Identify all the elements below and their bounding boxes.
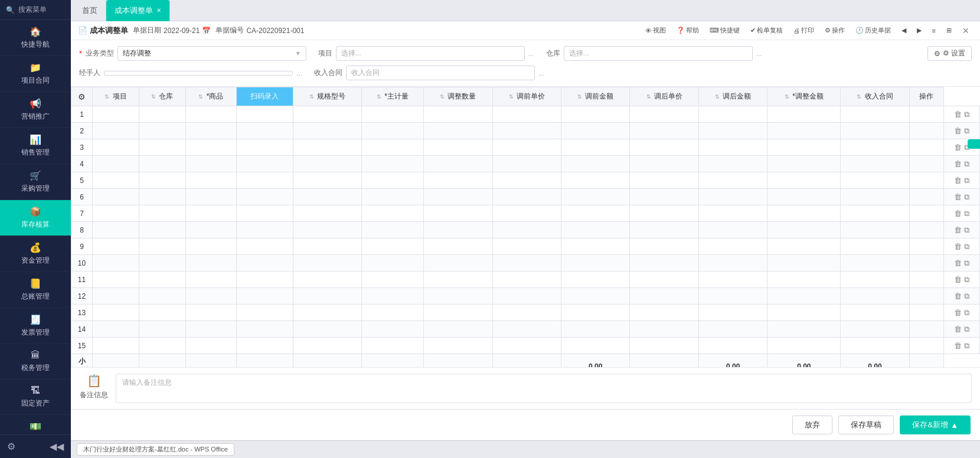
sidebar-item-marketing[interactable]: 📢 营销推广 bbox=[0, 92, 71, 128]
table-cell[interactable] bbox=[293, 189, 361, 205]
shortcut-btn[interactable]: ⌨ 快捷键 bbox=[706, 25, 743, 36]
table-cell[interactable] bbox=[185, 189, 236, 205]
table-cell[interactable] bbox=[561, 338, 629, 354]
table-cell[interactable] bbox=[185, 222, 236, 238]
table-cell[interactable] bbox=[492, 222, 561, 238]
sidebar-item-inventory[interactable]: 📦 库存核算 bbox=[0, 200, 71, 236]
table-cell[interactable] bbox=[139, 305, 185, 321]
table-cell[interactable] bbox=[93, 205, 139, 222]
table-cell[interactable] bbox=[139, 271, 185, 288]
table-cell[interactable] bbox=[841, 172, 909, 189]
col-post-unit-price[interactable]: ⇅ 调后单价 bbox=[630, 87, 698, 106]
taskbar-wps-item[interactable]: 木门行业好业财处理方案-墓红红.doc - WPS Office bbox=[77, 443, 234, 456]
table-cell[interactable] bbox=[561, 288, 629, 305]
table-cell[interactable] bbox=[236, 123, 293, 139]
table-cell[interactable] bbox=[630, 271, 698, 288]
table-cell[interactable] bbox=[909, 255, 943, 271]
print-btn[interactable]: 🖨 打印 bbox=[790, 25, 818, 36]
table-cell[interactable] bbox=[236, 189, 293, 205]
table-cell[interactable] bbox=[185, 123, 236, 139]
sidebar-item-capital[interactable]: 💰 资金管理 bbox=[0, 236, 71, 272]
table-cell[interactable] bbox=[293, 123, 361, 139]
delete-btn[interactable]: 🗑 bbox=[954, 275, 962, 284]
nav-prev-btn[interactable]: ◀ bbox=[898, 25, 910, 35]
table-cell[interactable] bbox=[293, 321, 361, 338]
table-cell[interactable] bbox=[293, 222, 361, 238]
delete-btn[interactable]: 🗑 bbox=[954, 176, 962, 185]
delete-btn[interactable]: 🗑 bbox=[954, 292, 962, 300]
table-cell[interactable] bbox=[561, 106, 629, 123]
table-cell[interactable] bbox=[185, 156, 236, 172]
table-cell[interactable] bbox=[93, 321, 139, 338]
table-cell[interactable] bbox=[561, 222, 629, 238]
table-cell[interactable] bbox=[767, 321, 841, 338]
col-product[interactable]: ⇅ *商品 bbox=[185, 87, 236, 106]
table-cell[interactable] bbox=[561, 305, 629, 321]
table-cell[interactable] bbox=[698, 338, 767, 354]
table-cell[interactable] bbox=[492, 321, 561, 338]
table-cell[interactable] bbox=[93, 139, 139, 156]
income-contract-dots[interactable]: ... bbox=[538, 69, 544, 77]
table-cell[interactable] bbox=[767, 205, 841, 222]
table-cell[interactable] bbox=[698, 238, 767, 255]
table-cell[interactable] bbox=[561, 139, 629, 156]
table-cell[interactable] bbox=[236, 288, 293, 305]
table-cell[interactable] bbox=[139, 189, 185, 205]
table-cell[interactable] bbox=[362, 305, 424, 321]
col-pre-unit-price[interactable]: ⇅ 调前单价 bbox=[492, 87, 561, 106]
col-qty[interactable]: ⇅ 调整数量 bbox=[424, 87, 492, 106]
table-cell[interactable] bbox=[698, 305, 767, 321]
delete-btn[interactable]: 🗑 bbox=[954, 192, 962, 201]
table-cell[interactable] bbox=[698, 255, 767, 271]
table-cell[interactable] bbox=[561, 238, 629, 255]
table-cell[interactable] bbox=[93, 255, 139, 271]
warehouse-input[interactable]: 选择... bbox=[564, 46, 753, 61]
table-cell[interactable] bbox=[767, 271, 841, 288]
delete-btn[interactable]: 🗑 bbox=[954, 209, 962, 218]
table-cell[interactable] bbox=[492, 172, 561, 189]
table-cell[interactable] bbox=[362, 123, 424, 139]
copy-btn[interactable]: ⧉ bbox=[964, 292, 969, 301]
project-dots[interactable]: ... bbox=[528, 50, 534, 58]
col-project[interactable]: ⇅ 项目 bbox=[93, 87, 139, 106]
table-cell[interactable] bbox=[630, 172, 698, 189]
business-type-input[interactable]: 结存调整 ▼ bbox=[117, 46, 306, 61]
table-cell[interactable] bbox=[139, 123, 185, 139]
table-cell[interactable] bbox=[293, 106, 361, 123]
table-cell[interactable] bbox=[236, 238, 293, 255]
table-cell[interactable] bbox=[93, 222, 139, 238]
handler-input[interactable] bbox=[104, 71, 293, 76]
table-cell[interactable] bbox=[93, 288, 139, 305]
table-cell[interactable] bbox=[492, 255, 561, 271]
sidebar-item-fixed-assets[interactable]: 🏗 固定资产 bbox=[0, 380, 71, 415]
table-cell[interactable] bbox=[909, 338, 943, 354]
table-cell[interactable] bbox=[630, 321, 698, 338]
delete-btn[interactable]: 🗑 bbox=[954, 143, 962, 152]
table-cell[interactable] bbox=[362, 205, 424, 222]
table-cell[interactable] bbox=[767, 288, 841, 305]
table-cell[interactable] bbox=[139, 222, 185, 238]
table-cell[interactable] bbox=[362, 222, 424, 238]
copy-btn[interactable]: ⧉ bbox=[964, 242, 969, 251]
table-cell[interactable] bbox=[236, 305, 293, 321]
table-cell[interactable] bbox=[293, 338, 361, 354]
table-cell[interactable] bbox=[841, 106, 909, 123]
table-cell[interactable] bbox=[767, 338, 841, 354]
table-cell[interactable] bbox=[93, 338, 139, 354]
table-cell[interactable] bbox=[841, 189, 909, 205]
table-cell[interactable] bbox=[630, 222, 698, 238]
table-cell[interactable] bbox=[93, 172, 139, 189]
view-btn[interactable]: 👁 视图 bbox=[642, 25, 669, 36]
save-new-button[interactable]: 保存&新增 ▲ bbox=[900, 416, 971, 434]
table-cell[interactable] bbox=[909, 305, 943, 321]
warehouse-dots[interactable]: ... bbox=[756, 50, 762, 58]
table-cell[interactable] bbox=[841, 255, 909, 271]
table-cell[interactable] bbox=[185, 106, 236, 123]
table-cell[interactable] bbox=[424, 255, 492, 271]
table-cell[interactable] bbox=[909, 271, 943, 288]
operation-btn[interactable]: ⚙ 操作 bbox=[821, 25, 848, 36]
table-cell[interactable] bbox=[492, 305, 561, 321]
table-cell[interactable] bbox=[698, 156, 767, 172]
copy-btn[interactable]: ⧉ bbox=[964, 176, 969, 185]
table-cell[interactable] bbox=[293, 305, 361, 321]
